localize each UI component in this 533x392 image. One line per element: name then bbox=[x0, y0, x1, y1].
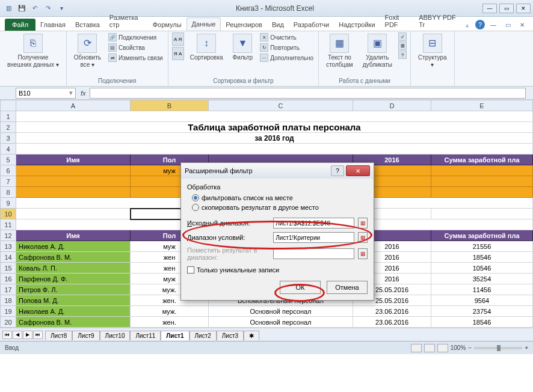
refresh-all-button[interactable]: ⟳ Обновить все ▾ bbox=[70, 32, 105, 70]
get-external-data-button[interactable]: ⎘ Получение внешних данных ▾ bbox=[4, 32, 63, 70]
reapply-filter-button[interactable]: ↻Повторить bbox=[259, 43, 315, 52]
row-13[interactable]: 13 bbox=[1, 241, 16, 252]
clear-filter-button[interactable]: ✕Очистить bbox=[259, 32, 315, 42]
doc-close-icon[interactable]: ✕ bbox=[516, 19, 528, 31]
ok-button[interactable]: ОК bbox=[280, 281, 321, 294]
zoom-out-button[interactable]: − bbox=[468, 345, 472, 351]
new-sheet-button[interactable]: ✱ bbox=[244, 331, 259, 340]
criteria-range-input[interactable] bbox=[273, 232, 354, 243]
zoom-slider[interactable] bbox=[474, 347, 522, 349]
list-range-input[interactable] bbox=[273, 218, 354, 228]
formula-input[interactable] bbox=[90, 88, 526, 99]
unique-records-checkbox[interactable]: Только уникальные записи bbox=[187, 263, 368, 277]
tab-view[interactable]: Вид bbox=[267, 19, 289, 31]
sort-asc-button[interactable]: А Я bbox=[172, 32, 184, 46]
row-17[interactable]: 17 bbox=[1, 284, 16, 295]
dialog-help-button[interactable]: ? bbox=[331, 165, 344, 176]
text-to-columns-button[interactable]: ▦ Текст по столбцам bbox=[322, 32, 357, 70]
radio-filter-in-place[interactable]: фильтровать список на месте bbox=[187, 193, 368, 203]
last-sheet-button[interactable]: ⏭ bbox=[33, 331, 43, 339]
tab-foxit[interactable]: Foxit PDF bbox=[380, 11, 414, 31]
qat-more-icon[interactable]: ▾ bbox=[55, 2, 67, 14]
row-14[interactable]: 14 bbox=[1, 252, 16, 263]
page-break-view-button[interactable] bbox=[437, 344, 448, 352]
name-box[interactable]: B10▾ bbox=[16, 88, 76, 99]
row-9[interactable]: 9 bbox=[1, 198, 16, 209]
row-18[interactable]: 18 bbox=[1, 295, 16, 306]
dialog-close-button[interactable]: ✕ bbox=[346, 165, 370, 176]
tab-insert[interactable]: Вставка bbox=[70, 19, 105, 31]
col-e[interactable]: E bbox=[431, 100, 533, 111]
excel-icon[interactable]: ▥ bbox=[2, 2, 14, 14]
row-20[interactable]: 20 bbox=[1, 317, 16, 328]
ribbon-minimize-icon[interactable]: ▵ bbox=[461, 19, 473, 31]
row-2[interactable]: 2 bbox=[1, 122, 16, 133]
row-8[interactable]: 8 bbox=[1, 187, 16, 198]
row-6[interactable]: 6 bbox=[1, 165, 16, 176]
connections-button[interactable]: 🔗Подключения bbox=[107, 32, 164, 42]
tab-layout[interactable]: Разметка стр bbox=[105, 11, 148, 31]
zoom-level[interactable]: 100% bbox=[451, 345, 466, 351]
minimize-button[interactable]: — bbox=[482, 4, 497, 13]
page-layout-view-button[interactable] bbox=[424, 344, 435, 352]
sort-button[interactable]: ↕ Сортировка bbox=[186, 32, 227, 63]
tab-abbyy[interactable]: ABBYY PDF Tr bbox=[414, 11, 461, 31]
row-10[interactable]: 10 bbox=[1, 209, 16, 219]
zoom-in-button[interactable]: + bbox=[525, 345, 528, 351]
advanced-filter-button[interactable]: ⋯Дополнительно bbox=[259, 53, 315, 63]
tab-developer[interactable]: Разработчи bbox=[289, 19, 334, 31]
col-a[interactable]: A bbox=[16, 100, 131, 111]
doc-minimize-icon[interactable]: — bbox=[487, 19, 499, 31]
help-icon[interactable]: ? bbox=[475, 20, 485, 29]
validation-icon[interactable]: ✓ bbox=[398, 32, 407, 41]
col-d[interactable]: D bbox=[353, 100, 431, 111]
sheet-tab[interactable]: Лист10 bbox=[100, 331, 131, 340]
edit-links-button[interactable]: ⇄Изменить связи bbox=[107, 53, 164, 63]
sort-desc-button[interactable]: Я А bbox=[172, 47, 184, 60]
row-1[interactable]: 1 bbox=[1, 111, 16, 122]
tab-addins[interactable]: Надстройки bbox=[334, 19, 380, 31]
select-all[interactable] bbox=[1, 100, 16, 111]
sheet-tab[interactable]: Лист11 bbox=[130, 331, 161, 340]
next-sheet-button[interactable]: ▶ bbox=[23, 331, 32, 339]
row-11[interactable]: 11 bbox=[1, 219, 16, 230]
first-sheet-button[interactable]: ⏮ bbox=[2, 331, 12, 339]
properties-button[interactable]: ▤Свойства bbox=[107, 43, 164, 52]
filter-button[interactable]: ▼ Фильтр bbox=[229, 32, 257, 63]
row-16[interactable]: 16 bbox=[1, 274, 16, 284]
sheet-tab[interactable]: Лист3 bbox=[217, 331, 244, 340]
file-tab[interactable]: Файл bbox=[5, 19, 35, 31]
tab-data[interactable]: Данные bbox=[186, 17, 221, 31]
cancel-button[interactable]: Отмена bbox=[327, 281, 368, 294]
row-3[interactable]: 3 bbox=[1, 133, 16, 144]
row-5[interactable]: 5 bbox=[1, 155, 16, 165]
sheet-tab-active[interactable]: Лист1 bbox=[161, 331, 189, 340]
row-7[interactable]: 7 bbox=[1, 176, 16, 187]
sheet-tab[interactable]: Лист2 bbox=[189, 331, 217, 340]
close-button[interactable]: ✕ bbox=[516, 4, 531, 13]
col-c[interactable]: C bbox=[209, 100, 353, 111]
row-19[interactable]: 19 bbox=[1, 306, 16, 317]
sheet-tab[interactable]: Лист8 bbox=[45, 331, 72, 340]
tab-home[interactable]: Главная bbox=[35, 19, 70, 31]
outline-button[interactable]: ⊟ Структура ▾ bbox=[414, 32, 450, 70]
row-15[interactable]: 15 bbox=[1, 263, 16, 274]
normal-view-button[interactable] bbox=[411, 344, 422, 352]
tab-review[interactable]: Рецензиров bbox=[221, 19, 267, 31]
remove-duplicates-button[interactable]: ▣ Удалить дубликаты bbox=[359, 32, 396, 70]
consolidate-icon[interactable]: ⊞ bbox=[398, 41, 407, 50]
doc-restore-icon[interactable]: ▭ bbox=[502, 19, 514, 31]
row-4[interactable]: 4 bbox=[1, 144, 16, 155]
range-picker-button[interactable]: ▦ bbox=[358, 218, 368, 228]
undo-icon[interactable]: ↶ bbox=[29, 2, 41, 14]
fx-icon[interactable]: fx bbox=[77, 90, 90, 97]
maximize-button[interactable]: ▭ bbox=[499, 4, 514, 13]
prev-sheet-button[interactable]: ◀ bbox=[13, 331, 22, 339]
redo-icon[interactable]: ↷ bbox=[42, 2, 54, 14]
radio-copy-to[interactable]: скопировать результат в другое место bbox=[187, 203, 368, 212]
col-b[interactable]: B bbox=[131, 100, 209, 111]
whatif-icon[interactable]: ? bbox=[398, 51, 407, 59]
tab-formulas[interactable]: Формулы bbox=[148, 19, 186, 31]
save-icon[interactable]: 💾 bbox=[16, 2, 28, 14]
range-picker-button[interactable]: ▦ bbox=[358, 232, 368, 243]
